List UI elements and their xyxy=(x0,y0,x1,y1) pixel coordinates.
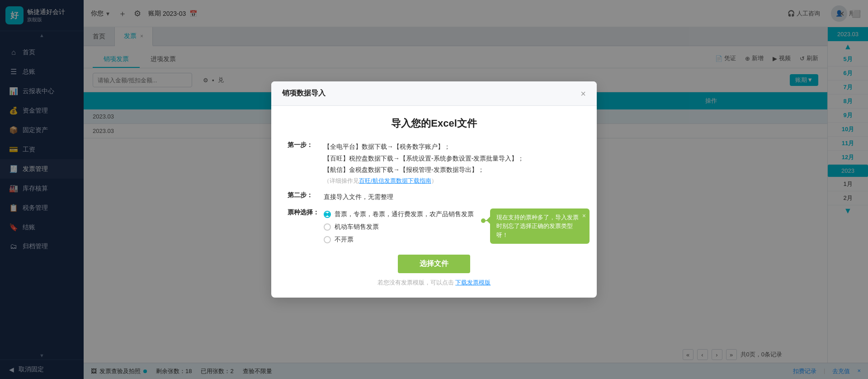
dialog: 销项数据导入 × 导入您的Excel文件 第一步： 【全电平台】数据下载→【税务… xyxy=(271,81,597,297)
radio-group: 普票，专票，卷票，通行费发票，农产品销售发票 机动车销售发票 不开票 xyxy=(324,210,474,244)
download-guide-link[interactable]: 百旺/航信发票数据下载指南 xyxy=(359,177,431,184)
dialog-footer-note: 若您没有发票模版，可以点击 下载发票模版 xyxy=(288,279,580,287)
ticket-radio-2[interactable]: 机动车销售发票 xyxy=(324,223,474,231)
step1-content: 【全电平台】数据下载→【税务数字账户】； 【百旺】税控盘数据下载→【系统设置-系… xyxy=(324,141,524,186)
tooltip-line xyxy=(486,220,490,221)
ticket-label-2: 机动车销售发票 xyxy=(335,223,379,231)
ticket-label-1: 普票，专票，卷票，通行费发票，农产品销售发票 xyxy=(335,210,474,218)
step1-note: （详细操作见百旺/航信发票数据下载指南） xyxy=(324,175,524,186)
radio-circle-2 xyxy=(324,223,331,231)
step2-row: 第二步： 直接导入文件，无需整理 xyxy=(288,191,580,203)
dialog-close-button[interactable]: × xyxy=(580,89,586,98)
step2-text: 直接导入文件，无需整理 xyxy=(324,193,393,200)
step1-row: 第一步： 【全电平台】数据下载→【税务数字账户】； 【百旺】税控盘数据下载→【系… xyxy=(288,141,580,186)
modal-overlay[interactable]: 销项数据导入 × 导入您的Excel文件 第一步： 【全电平台】数据下载→【税务… xyxy=(0,0,868,379)
dialog-body: 导入您的Excel文件 第一步： 【全电平台】数据下载→【税务数字账户】； 【百… xyxy=(271,106,597,297)
radio-circle-1 xyxy=(324,211,331,218)
step1-line-1: 【全电平台】数据下载→【税务数字账户】； xyxy=(324,141,524,152)
ticket-radio-1[interactable]: 普票，专票，卷票，通行费发票，农产品销售发票 xyxy=(324,210,474,218)
tooltip-text: 现在支持的票种多了，导入发票时别忘了选择正确的发票类型呀！ xyxy=(496,213,583,240)
dialog-main-title: 导入您的Excel文件 xyxy=(288,117,580,130)
dialog-header: 销项数据导入 × xyxy=(271,81,597,106)
select-file-button[interactable]: 选择文件 xyxy=(398,255,470,273)
tooltip-dot xyxy=(481,218,486,223)
ticket-selection-row: 票种选择： 普票，专票，卷票，通行费发票，农产品销售发票 机动车销售发票 不开票 xyxy=(288,208,580,244)
download-template-link[interactable]: 下载发票模版 xyxy=(455,279,491,286)
footer-note-text: 若您没有发票模版，可以点击 xyxy=(377,279,454,286)
step1-line-3: 【航信】金税盘数据下载→【报税管理-发票数据导出】； xyxy=(324,164,524,175)
step2-content: 直接导入文件，无需整理 xyxy=(324,191,393,203)
step2-label: 第二步： xyxy=(288,191,320,199)
ticket-label-3: 不开票 xyxy=(335,236,354,244)
ticket-radio-3[interactable]: 不开票 xyxy=(324,236,474,244)
dialog-title: 销项数据导入 xyxy=(282,89,326,98)
tooltip-close-button[interactable]: × xyxy=(582,211,586,221)
ticket-label: 票种选择： xyxy=(288,208,320,217)
radio-circle-3 xyxy=(324,236,331,243)
step1-line-2: 【百旺】税控盘数据下载→【系统设置-系统参数设置-发票批量导入】； xyxy=(324,153,524,164)
tooltip-bubble: × 现在支持的票种多了，导入发票时别忘了选择正确的发票类型呀！ xyxy=(490,208,590,244)
step1-label: 第一步： xyxy=(288,141,320,149)
